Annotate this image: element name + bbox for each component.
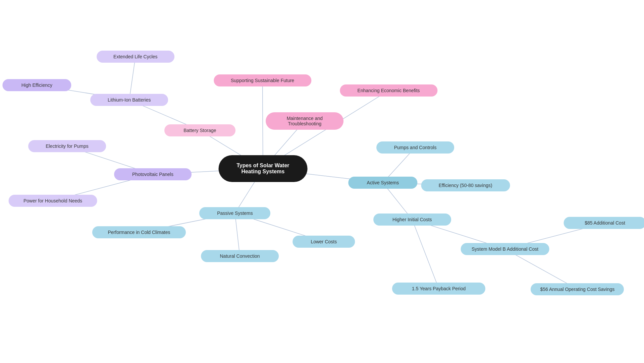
node-battery_storage[interactable]: Battery Storage (164, 124, 235, 136)
node-passive[interactable]: Passive Systems (200, 207, 271, 219)
node-high_efficiency[interactable]: High Efficiency (2, 79, 71, 91)
node-performance[interactable]: Performance in Cold Climates (92, 226, 185, 238)
svg-line-12 (235, 213, 240, 256)
node-efficiency[interactable]: Efficiency (50-80 savings) (421, 179, 510, 191)
svg-line-21 (412, 220, 439, 289)
node-higher_initial[interactable]: Higher Initial Costs (373, 214, 451, 226)
connection-lines (0, 0, 644, 363)
node-pumps_controls[interactable]: Pumps and Controls (376, 141, 454, 154)
node-lower_costs[interactable]: Lower Costs (293, 236, 355, 248)
node-system_model[interactable]: System Model B Additional Cost (461, 243, 549, 255)
node-power_household[interactable]: Power for Household Needs (8, 195, 97, 207)
node-85_cost[interactable]: $85 Additional Cost (564, 217, 644, 229)
node-center[interactable]: Types of Solar Water Heating Systems (218, 155, 307, 182)
node-photovoltaic[interactable]: Photovoltaic Panels (114, 168, 192, 180)
node-natural[interactable]: Natural Convection (201, 250, 279, 262)
node-56_savings[interactable]: $56 Annual Operating Cost Savings (531, 283, 624, 295)
svg-line-8 (129, 57, 136, 100)
node-electricity[interactable]: Electricity for Pumps (28, 140, 106, 152)
node-lithium[interactable]: Lithium-Ion Batteries (90, 94, 168, 106)
node-maintenance[interactable]: Maintenance and Troubleshooting (266, 112, 343, 130)
node-active[interactable]: Active Systems (348, 177, 417, 189)
node-payback[interactable]: 1.5 Years Payback Period (392, 283, 485, 295)
node-enhancing[interactable]: Enhancing Economic Benefits (340, 84, 437, 97)
node-supporting[interactable]: Supporting Sustainable Future (214, 74, 311, 86)
mindmap-canvas: Types of Solar Water Heating SystemsBatt… (0, 0, 644, 363)
node-extended[interactable]: Extended Life Cycles (97, 51, 174, 63)
